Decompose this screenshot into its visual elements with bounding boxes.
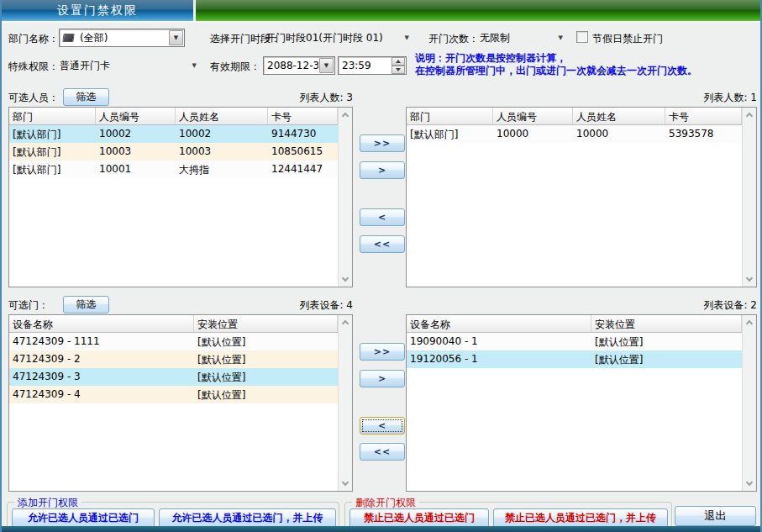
column-header[interactable]: 人员姓名 bbox=[573, 108, 665, 124]
allow-selected-upload-button[interactable]: 允许已选人员通过已选门，并上传 bbox=[159, 508, 336, 528]
cell-device-name: 47124309 - 1111 bbox=[9, 333, 194, 350]
validity-time-value: 23:59 bbox=[339, 60, 391, 71]
column-header[interactable]: 安装位置 bbox=[591, 315, 742, 332]
table-row[interactable]: 19120056 - 1 [默认位置] bbox=[407, 350, 742, 368]
add-all-doors-button[interactable]: >> bbox=[360, 343, 405, 361]
add-person-button[interactable]: > bbox=[360, 161, 405, 179]
validity-label: 有效期限： bbox=[210, 60, 260, 74]
exit-button[interactable]: 退出 bbox=[675, 506, 756, 526]
validity-time-spinner[interactable]: 23:59 bbox=[338, 56, 407, 75]
table-row[interactable]: [默认部门] 10001 大拇指 12441447 bbox=[9, 161, 338, 178]
chevron-up-icon[interactable] bbox=[746, 113, 753, 119]
remove-person-button[interactable]: < bbox=[360, 208, 405, 226]
holiday-forbid-checkbox[interactable] bbox=[576, 31, 588, 43]
cell-device-name: 47124309 - 2 bbox=[9, 350, 194, 368]
chevron-down-icon: ▼ bbox=[554, 34, 567, 41]
column-header[interactable]: 人员姓名 bbox=[176, 108, 268, 124]
open-count-label: 开门次数： bbox=[428, 32, 479, 46]
cell-person-no: 10001 bbox=[96, 161, 176, 178]
validity-date-value: 2088-12-30 bbox=[264, 60, 318, 71]
selected-persons-table: 部门 人员编号 人员姓名 卡号 [默认部门] 10000 10000 53935… bbox=[406, 107, 757, 287]
note-line-2: 在控制器所管理门中，出门或进门一次就会减去一次开门次数。 bbox=[415, 65, 697, 77]
cell-person-name: 10002 bbox=[176, 125, 268, 143]
selected-persons-header-row: 部门 人员编号 人员姓名 卡号 bbox=[407, 108, 742, 125]
table-row[interactable]: 47124309 - 3 [默认位置] bbox=[9, 368, 338, 386]
chevron-down-icon[interactable] bbox=[746, 479, 753, 486]
available-persons-count: 列表人数: 3 bbox=[237, 91, 353, 105]
table-row[interactable]: 47124309 - 2 [默认位置] bbox=[9, 350, 338, 368]
allow-selected-button[interactable]: 允许已选人员通过已选门 bbox=[12, 508, 155, 528]
chevron-down-icon[interactable] bbox=[342, 275, 349, 282]
vertical-scrollbar[interactable] bbox=[742, 315, 756, 491]
department-value: (全部) bbox=[76, 31, 168, 45]
column-header[interactable]: 安装位置 bbox=[194, 315, 338, 332]
table-row[interactable]: 47124309 - 1111 [默认位置] bbox=[9, 333, 338, 350]
cell-card-no: 10850615 bbox=[268, 143, 338, 161]
column-header[interactable]: 人员编号 bbox=[493, 108, 573, 124]
holiday-forbid-label: 节假日禁止开门 bbox=[592, 32, 663, 46]
table-row[interactable]: [默认部门] 10000 10000 5393578 bbox=[407, 125, 742, 143]
dialog-title-tab[interactable]: 设置门禁权限 bbox=[2, 0, 193, 21]
remove-all-persons-button[interactable]: << bbox=[360, 235, 405, 253]
cell-card-no: 9144730 bbox=[268, 125, 338, 143]
note-line-1: 说明：开门次数是按控制器计算， bbox=[415, 52, 566, 65]
chevron-down-icon[interactable] bbox=[342, 479, 349, 486]
add-all-persons-button[interactable]: >> bbox=[360, 134, 405, 152]
forbid-selected-upload-button[interactable]: 禁止已选人员通过已选门，并上传 bbox=[493, 508, 668, 528]
department-select[interactable]: (全部) ▼ bbox=[59, 29, 185, 47]
chevron-down-icon[interactable]: ▼ bbox=[169, 30, 183, 45]
title-bar: 设置门禁权限 bbox=[2, 0, 760, 21]
cell-device-name: 47124309 - 4 bbox=[9, 386, 194, 403]
window-bottom-border bbox=[2, 526, 760, 532]
column-header[interactable]: 人员编号 bbox=[96, 108, 176, 124]
available-doors-count: 列表设备: 4 bbox=[237, 298, 353, 313]
available-persons-header-row: 部门 人员编号 人员姓名 卡号 bbox=[9, 108, 338, 125]
cell-card-no: 5393578 bbox=[665, 125, 742, 143]
special-permission-select[interactable]: 普通开门卡 ▼ bbox=[57, 56, 202, 75]
table-row[interactable]: 47124309 - 4 [默认位置] bbox=[9, 386, 338, 403]
cell-person-name: 10003 bbox=[176, 143, 268, 161]
table-row[interactable]: 19090040 - 1 [默认位置] bbox=[407, 333, 742, 350]
available-doors-label: 可选门： bbox=[8, 298, 49, 313]
column-header[interactable]: 部门 bbox=[407, 108, 493, 124]
remove-all-doors-button[interactable]: << bbox=[360, 443, 405, 461]
forbid-selected-button[interactable]: 禁止已选人员通过已选门 bbox=[349, 508, 489, 528]
add-door-button[interactable]: > bbox=[360, 370, 405, 387]
table-row[interactable]: [默认部门] 10003 10003 10850615 bbox=[9, 143, 338, 161]
column-header[interactable]: 卡号 bbox=[665, 108, 742, 124]
selected-doors-header-row: 设备名称 安装位置 bbox=[407, 315, 742, 333]
selected-doors-table: 设备名称 安装位置 19090040 - 1 [默认位置] 19120056 -… bbox=[406, 314, 757, 492]
table-row[interactable]: [默认部门] 10002 10002 9144730 bbox=[9, 125, 338, 143]
cell-install-location: [默认位置] bbox=[194, 350, 338, 368]
chevron-down-icon[interactable] bbox=[746, 275, 753, 282]
cell-dept: [默认部门] bbox=[9, 161, 96, 178]
doors-filter-button[interactable]: 筛选 bbox=[63, 296, 109, 313]
validity-date-picker[interactable]: 2088-12-30 ▼ bbox=[263, 56, 335, 75]
cell-install-location: [默认位置] bbox=[194, 333, 338, 350]
chevron-up-icon[interactable] bbox=[746, 320, 753, 327]
cell-person-no: 10000 bbox=[493, 125, 573, 143]
available-persons-table: 部门 人员编号 人员姓名 卡号 [默认部门] 10002 10002 91447… bbox=[8, 107, 353, 287]
remove-door-button[interactable]: < bbox=[360, 417, 405, 435]
cell-dept: [默认部门] bbox=[407, 125, 493, 143]
cell-device-name: 47124309 - 3 bbox=[9, 368, 194, 386]
persons-filter-button[interactable]: 筛选 bbox=[63, 88, 109, 106]
chevron-up-icon[interactable] bbox=[342, 320, 349, 327]
open-period-select[interactable]: 开门时段01(开门时段 01) ▼ bbox=[263, 29, 414, 47]
column-header[interactable]: 卡号 bbox=[268, 108, 338, 124]
column-header[interactable]: 部门 bbox=[9, 108, 96, 124]
chevron-down-icon[interactable]: ▼ bbox=[319, 58, 334, 73]
column-header[interactable]: 设备名称 bbox=[407, 315, 591, 332]
chevron-up-icon[interactable] bbox=[342, 113, 349, 119]
column-header[interactable]: 设备名称 bbox=[9, 315, 194, 332]
vertical-scrollbar[interactable] bbox=[742, 108, 756, 287]
open-count-select[interactable]: 无限制 ▼ bbox=[477, 29, 568, 47]
spin-up-icon[interactable] bbox=[392, 57, 405, 66]
vertical-scrollbar[interactable] bbox=[338, 108, 352, 287]
title-underline bbox=[2, 21, 760, 23]
cell-person-no: 10002 bbox=[96, 125, 176, 143]
department-label: 部门名称： bbox=[8, 32, 59, 46]
available-doors-header-row: 设备名称 安装位置 bbox=[9, 315, 338, 333]
spin-down-icon[interactable] bbox=[392, 66, 405, 74]
vertical-scrollbar[interactable] bbox=[338, 315, 352, 491]
